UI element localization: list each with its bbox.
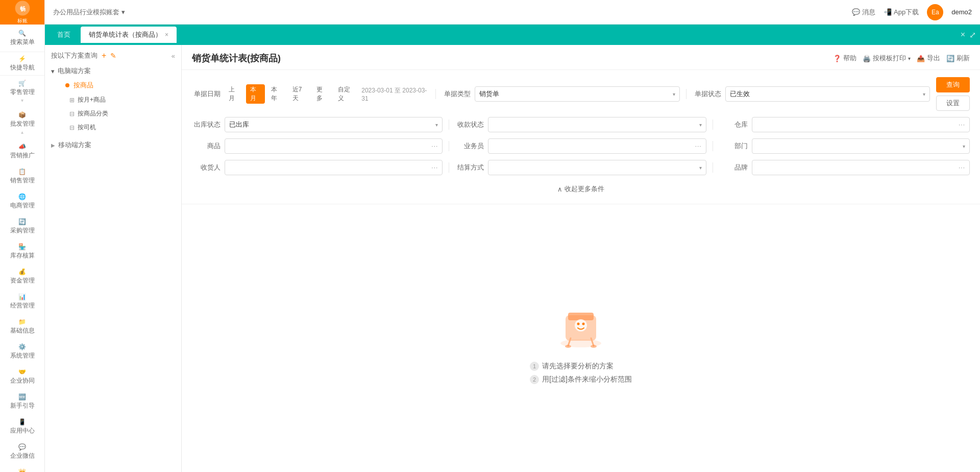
app-download-button[interactable]: 📲 App下载 [884, 8, 919, 17]
brand-input[interactable]: ··· [752, 160, 970, 175]
refresh-button[interactable]: 🔄 刷新 [946, 54, 970, 63]
edit-scheme-button[interactable]: ✎ [110, 52, 116, 60]
doc-status-select[interactable]: 已生效 ▾ [725, 86, 930, 102]
app-center-icon: 📱 [18, 418, 26, 426]
collapse-panel-button[interactable]: « [172, 52, 175, 60]
scheme-by-category-label: 按商品分类 [78, 109, 108, 118]
new-guide-item[interactable]: 🆕 新手引导 [0, 389, 44, 414]
warehouse-label: 仓库 [719, 120, 748, 129]
collect-status-select[interactable]: ▾ [488, 117, 706, 132]
add-scheme-button[interactable]: + [102, 51, 106, 60]
date-tab-last-month[interactable]: 上月 [225, 84, 244, 104]
mobile-scheme-title[interactable]: ▶ 移动端方案 [45, 138, 181, 152]
procurement-item[interactable]: 🔄 采购管理 [0, 214, 44, 239]
member-item[interactable]: 👑 畅会员 [0, 464, 44, 472]
avatar[interactable]: Ea [927, 4, 943, 20]
breadcrumb-dropdown-icon[interactable]: ▾ [121, 8, 125, 16]
print-dropdown-icon[interactable]: ▾ [908, 56, 911, 61]
goods-filter: 商品 ··· [192, 138, 443, 154]
ecommerce-icon: 🌐 [18, 193, 26, 200]
help-label: 帮助 [843, 54, 856, 63]
svg-text:畅: 畅 [19, 6, 25, 12]
payment-select[interactable]: ▾ [488, 160, 706, 175]
message-button[interactable]: 💬 消息 [852, 8, 875, 17]
staff-input[interactable]: ··· [488, 138, 706, 154]
pc-scheme-title[interactable]: ▾ 电脑端方案 [51, 64, 175, 78]
help-button[interactable]: ❓ 帮助 [833, 54, 856, 63]
basic-info-item[interactable]: 📁 基础信息 [0, 314, 44, 339]
operations-icon: 📊 [18, 293, 26, 300]
inventory-item[interactable]: 🏪 库存核算 [0, 239, 44, 264]
enterprise-wechat-item[interactable]: 💬 企业微信 [0, 439, 44, 464]
scheme-by-category[interactable]: ⊟ 按商品分类 [51, 107, 175, 121]
doc-type-select[interactable]: 销货单 ▾ [475, 86, 679, 102]
date-tab-custom[interactable]: 自定义 [334, 84, 358, 104]
finance-item[interactable]: 💰 资金管理 [0, 264, 44, 289]
collapse-more-button[interactable]: ∧ 收起更多条件 [192, 181, 970, 197]
tab-close-button[interactable]: × [165, 31, 168, 38]
date-tab-this-month[interactable]: 本月 [246, 84, 265, 104]
scheme-by-month-label: 按月+商品 [78, 96, 106, 104]
active-dot [65, 83, 69, 87]
marketing-label: 营销推广 [10, 151, 35, 160]
date-tab-this-year[interactable]: 本年 [267, 84, 286, 104]
out-status-select[interactable]: 已出库 ▾ [225, 117, 443, 132]
quick-nav-item[interactable]: ⚡ 快捷导航 [0, 52, 44, 76]
department-select[interactable]: ▾ [752, 138, 970, 154]
wholesale-label: 批发管理 [10, 120, 35, 128]
logo-icon: 畅 [13, 0, 32, 16]
tip-text-1: 请先选择要分析的方案 [542, 362, 614, 371]
empty-illustration [550, 292, 611, 353]
enterprise-collab-item[interactable]: 🤝 企业协同 [0, 364, 44, 389]
pc-scheme-arrow: ▾ [51, 67, 55, 75]
home-tab-label: 首页 [57, 30, 70, 39]
sales-stats-tab-label: 销货单统计表（按商品） [89, 30, 162, 39]
search-icon: 🔍 [18, 30, 26, 37]
system-settings-item[interactable]: ⚙️ 系统管理 [0, 339, 44, 364]
payment-label: 结算方式 [455, 163, 484, 172]
scheme-by-month-goods[interactable]: ⊞ 按月+商品 [51, 93, 175, 107]
date-tab-last-7days[interactable]: 近7天 [288, 84, 311, 104]
finance-icon: 💰 [18, 268, 26, 275]
tab-sales-stats[interactable]: 销货单统计表（按商品） × [81, 27, 177, 43]
department-filter: 部门 ▾ [719, 138, 970, 154]
receiver-input[interactable]: ··· [225, 160, 443, 175]
member-icon: 👑 [18, 468, 26, 472]
sales-management-item[interactable]: 📋 销售管理 [0, 164, 44, 189]
tab-home[interactable]: 首页 [49, 27, 79, 43]
scheme-by-cashier[interactable]: ⊟ 按司机 [51, 121, 175, 134]
divider-6 [713, 141, 713, 151]
goods-input[interactable]: ··· [225, 138, 443, 154]
marketing-item[interactable]: 📣 营销推广 [0, 139, 44, 164]
left-panel-title: 按以下方案查询 [51, 51, 97, 60]
doc-status-value: 已生效 [730, 89, 750, 99]
date-label: 单据日期 [192, 89, 220, 99]
filter-row-1: 单据日期 上月 本月 本年 近7天 更多 自定义 2023-03-01 至 20… [192, 77, 970, 111]
wholesale-management-item[interactable]: 📦 批发管理 ▴ [0, 107, 44, 139]
date-tab-more[interactable]: 更多 [312, 84, 332, 104]
topbar: 办公用品行业模拟账套 ▾ 💬 消息 📲 App下载 Ea demo2 [45, 0, 980, 25]
app-center-item[interactable]: 📱 应用中心 [0, 414, 44, 439]
sales-icon: 📋 [18, 168, 26, 175]
message-icon: 💬 [852, 8, 860, 16]
warehouse-input[interactable]: ··· [752, 117, 970, 132]
retail-management-item[interactable]: 🛒 零售管理 ▾ [0, 76, 44, 107]
wechat-label: 企业微信 [10, 452, 35, 460]
query-button[interactable]: 查询 [936, 77, 970, 92]
scheme-by-cashier-label: 按司机 [78, 123, 96, 132]
search-menu-item[interactable]: 🔍 搜索菜单 [0, 25, 44, 52]
export-button[interactable]: 📤 导出 [917, 54, 940, 63]
close-window-button[interactable]: × [961, 30, 965, 39]
date-tabs: 上月 本月 本年 近7天 更多 自定义 [225, 84, 358, 104]
inventory-label: 库存核算 [10, 251, 35, 260]
export-label: 导出 [927, 54, 940, 63]
ecommerce-item[interactable]: 🌐 电商管理 [0, 189, 44, 214]
brand-dots: ··· [959, 164, 965, 171]
setting-button[interactable]: 设置 [936, 96, 970, 111]
empty-tip-2: 2 用[过滤]条件来缩小分析范围 [530, 375, 632, 384]
operations-item[interactable]: 📊 经营管理 [0, 289, 44, 314]
print-button[interactable]: 🖨️ 按模板打印 ▾ [863, 54, 911, 63]
svg-point-7 [582, 323, 585, 325]
scheme-by-goods[interactable]: 按商品 [51, 78, 175, 93]
maximize-window-button[interactable]: ⤢ [969, 30, 976, 40]
